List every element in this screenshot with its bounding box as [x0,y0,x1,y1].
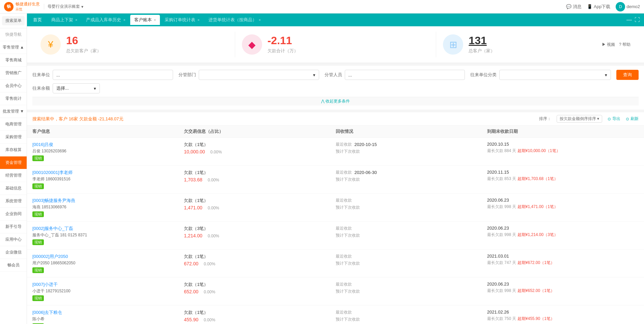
filter-input-person[interactable]: ... [345,70,465,80]
customer-code-1[interactable]: [0001020001]李老师 [32,170,73,175]
close-tab-purchase-stats[interactable]: × [259,18,261,22]
customer-info-cell-6: [0006]去下粮仓 陈小希 现销 [32,310,184,324]
overdue-amount-3[interactable]: 超期¥1,214.00（3笔） [517,232,558,237]
collection-cell-6: 最近收款 预计下次收款 [336,310,487,322]
user-avatar[interactable]: D demo2 [616,2,640,11]
collapse-btn[interactable]: ⋀ 收起更多条件 [32,97,639,106]
customer-code-5[interactable]: [0007]小迸干 [32,282,58,287]
sidebar-item-cooperation[interactable]: 企业协同 [0,208,27,220]
messages-btn[interactable]: 💬 消息 [566,4,582,10]
filter-select-balance[interactable]: 选择... ▾ [53,83,100,93]
customer-code-3[interactable]: [0002]服务中心_丁磊 [32,226,73,231]
close-tab-customer-ledger[interactable]: × [154,18,156,22]
customer-tag-4: 现销 [32,267,44,273]
sidebar-item-app-center[interactable]: 应用中心 [0,233,27,246]
top-bar-left: 畅 畅捷通好生意 示范 母婴行业演示账套 ▾ [4,1,83,12]
customer-code-0[interactable]: [0016]吕俊 [32,142,53,147]
refresh-icon: ⊙ [626,117,629,121]
debt-info-cell-3: 欠款（3笔） 1,214.00 0.00% [184,226,335,238]
customer-code-6[interactable]: [0006]去下粮仓 [32,310,62,315]
debt-amount-3: 1,214.00 [184,233,202,238]
sidebar-item-retail-stats[interactable]: 零售统计 [0,92,27,105]
tab-customer-ledger[interactable]: 客户账本 × [130,15,160,25]
view-btn[interactable]: ▶ 视频 [602,42,615,48]
sidebar-item-retail-manage[interactable]: 零售管理 ▲ [0,41,27,54]
overdue-date-2: 2020.06.23 [487,198,639,203]
sidebar-item-guide[interactable]: 新手引导 [0,220,27,233]
sidebar-item-ecommerce[interactable]: 电商管理 [0,118,27,131]
app-download-btn[interactable]: 📱 App下载 [587,4,610,10]
overdue-cell-6: 2021.02.26 最长欠款 750 天 超期¥455.90（1笔） [487,310,639,322]
customer-info-cell-4: [000002]用户2050 用户2050 18665062050 现销 [32,254,184,273]
page-content: ¥ 16 总欠款客户（家） ◆ -2.11 欠款合计（万） ⊞ [27,26,644,324]
tab-product-shelf[interactable]: 商品上下架 × [47,15,81,25]
sidebar-item-vip[interactable]: 畅会员 [0,259,27,272]
overdue-date-6: 2021.02.26 [487,310,639,315]
minimize-btn[interactable]: — [626,17,632,23]
customer-code-2[interactable]: [0003]畅捷服务尹海燕 [32,198,75,203]
table-row: [000002]用户2050 用户2050 18665062050 现销 欠款（… [27,249,644,277]
close-tab-finished-goods[interactable]: × [123,18,125,22]
chevron-down-balance: ▾ [94,86,96,91]
close-tab-product-shelf[interactable]: × [75,18,77,22]
sidebar-item-wholesale[interactable]: 批发管理 ▼ [0,105,27,118]
summary-card-total-customers: ⊞ 131 总客户（家） ▶ 视频 ? 帮助 [436,32,637,57]
collection-cell-4: 最近收款 预计下次收款 [336,254,487,266]
col-header-overdue: 到期未收款日期 [487,128,639,135]
sidebar-item-system[interactable]: 系统管理 [0,195,27,208]
close-tab-purchase-orders[interactable]: × [197,18,199,22]
sidebar-item-members[interactable]: 会员中心 [0,80,27,92]
overdue-amount-6[interactable]: 超期¥455.90（1笔） [517,316,555,321]
debt-amount-0: 10,000.00 [184,149,205,154]
sort-select[interactable]: 按欠款金额倒序排序 ▾ [557,115,602,123]
sidebar-item-base-info[interactable]: 基础信息 [0,182,27,195]
logo-icon: 畅 [4,2,13,11]
export-btn[interactable]: ⊙ 导出 [608,116,620,122]
sidebar-item-quick-nav[interactable]: 快捷导航 [0,28,27,41]
customer-phone-5: 小迸干 18279152100 [32,288,184,294]
card-body-debt-customers: 16 总欠款客户（家） [66,35,228,54]
sidebar-item-finance[interactable]: 资金管理 [0,156,27,169]
filter-select-dept[interactable]: ▾ [199,70,319,80]
card-actions: ▶ 视频 ? 帮助 [602,42,631,48]
debt-amount-6: 455.90 [184,317,198,322]
overdue-amount-1[interactable]: 超期¥1,703.68（1笔） [517,176,558,181]
collection-next-6: 预计下次收款 [336,317,487,322]
tab-purchase-orders[interactable]: 采购订单统计表 × [161,15,203,25]
sidebar-item-operations[interactable]: 经营管理 [0,169,27,182]
tab-home[interactable]: 首页 [28,15,47,25]
sidebar-item-purchase[interactable]: 采购管理 [0,131,27,144]
customer-info-cell-5: [0007]小迸干 小迸干 18279152100 现销 [32,282,184,301]
overdue-amount-2[interactable]: 超期¥1,471.00（1笔） [517,204,558,209]
overdue-amount-4[interactable]: 超期¥672.00（1笔） [517,260,555,265]
phone-icon: 📱 [587,4,592,9]
filter-input-customer[interactable]: ... [53,70,173,80]
customer-phone-1: 李老师 18600391516 [32,176,184,182]
sidebar-item-inventory[interactable]: 库存核算 [0,144,27,156]
search-button[interactable]: 查询 [616,70,639,80]
sidebar-item-marketing[interactable]: 营销推广 [0,67,27,80]
col-header-debt-info: 欠交易信息（占比） [184,128,335,135]
tab-purchase-stats[interactable]: 进货单统计表（按商品） × [204,15,265,25]
company-selector[interactable]: 母婴行业演示账套 ▾ [44,4,83,9]
customer-info-cell-1: [0001020001]李老师 李老师 18600391516 现销 [32,170,184,189]
collection-cell-5: 最近收款 预计下次收款 [336,282,487,294]
collection-label-1: 最近收款 [336,170,352,175]
customer-code-4[interactable]: [000002]用户2050 [32,254,68,259]
card-icon-yuan: ¥ [40,34,61,55]
col-header-collection: 回收情况 [336,128,487,135]
overdue-amount-5[interactable]: 超期¥652.00（1笔） [517,288,555,293]
sidebar-item-retail-mall[interactable]: 零售商城 [0,54,27,67]
sidebar-item-wechat[interactable]: 企业微信 [0,246,27,259]
video-icon: ▶ [602,42,606,47]
card-body-total-customers: 131 总客户（家） [469,35,596,54]
search-menu-button[interactable]: 搜索菜单 [2,16,25,25]
refresh-btn[interactable]: ⊙ 刷新 [626,116,639,122]
overdue-amount-0[interactable]: 超期¥10,000.00（1笔） [517,148,560,153]
tab-finished-goods[interactable]: 产成品入库单历史 × [82,15,129,25]
help-btn[interactable]: ? 帮助 [619,42,631,48]
overdue-cell-2: 2020.06.23 最长欠款 998 天 超期¥1,471.00（1笔） [487,198,639,210]
filter-select-category[interactable]: ▾ [499,70,611,80]
customer-tag-2: 现销 [32,211,44,217]
expand-btn[interactable]: ⛶ [635,17,640,23]
